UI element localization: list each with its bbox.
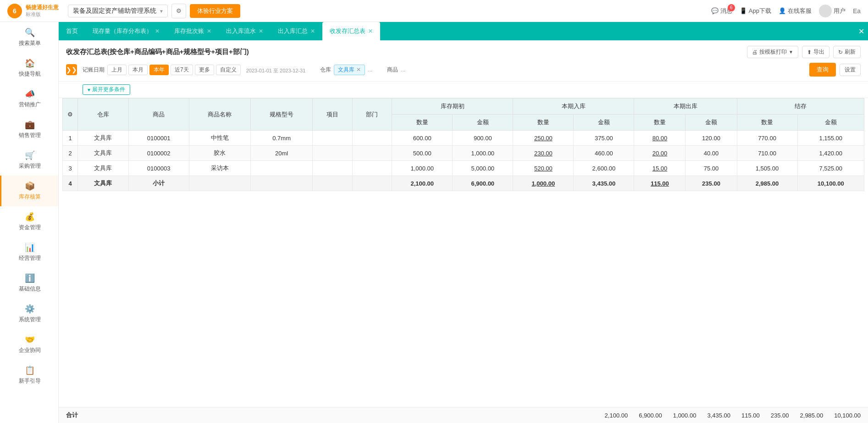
row2-goods-code: 0100002 xyxy=(128,146,189,161)
tab-receipts-summary[interactable]: 收发存汇总表 ✕ xyxy=(322,22,380,40)
sidebar-item-search[interactable]: 🔍 搜索菜单 xyxy=(0,22,58,53)
sidebar-item-quicknav[interactable]: 🏠 快捷导航 xyxy=(0,53,58,83)
sidebar-item-enterprise[interactable]: 🤝 企业协同 xyxy=(0,329,58,360)
finance-icon: 💰 xyxy=(25,212,35,222)
enterprise-icon: 🤝 xyxy=(25,335,35,345)
page-inner: 收发存汇总表(按仓库+商品编码+商品+规格型号+项目+部门) 🖨 按模板打印 ▼… xyxy=(59,40,868,423)
warehouse-filter-group: 仓库 文具库 ✕ ... xyxy=(320,65,372,75)
tab-close-flow[interactable]: ✕ xyxy=(259,28,263,34)
system-name[interactable]: 装备及固定资产辅助管理系统 xyxy=(68,5,168,17)
tab-home[interactable]: 首页 xyxy=(59,22,85,40)
subtotal-col3 xyxy=(189,176,251,191)
warehouse-tag-remove[interactable]: ✕ xyxy=(356,66,361,73)
sidebar-item-newbie[interactable]: 📋 新手引导 xyxy=(0,360,58,390)
row3-project xyxy=(312,161,352,176)
tab-bar-close-button[interactable]: ✕ xyxy=(858,27,864,36)
message-badge: 6 xyxy=(728,4,735,11)
date-btn-custom[interactable]: 自定义 xyxy=(216,65,241,75)
goods-label: 商品 xyxy=(387,66,398,74)
th-settings[interactable]: ⚙ xyxy=(63,99,78,131)
sidebar-item-system[interactable]: ⚙️ 系统管理 xyxy=(0,298,58,329)
tab-close-receipts[interactable]: ✕ xyxy=(368,28,373,34)
subtotal-label: 小计 xyxy=(128,176,189,191)
row1-out-qty[interactable]: 80.00 xyxy=(634,131,686,146)
sidebar-item-sales[interactable]: 💼 销售管理 xyxy=(0,114,58,145)
refresh-button[interactable]: ↻ 刷新 xyxy=(833,46,861,58)
row2-dept xyxy=(352,146,392,161)
print-icon: 🖨 xyxy=(752,49,757,55)
subtotal-open-amt: 6,900.00 xyxy=(453,176,513,191)
tab-inout-flow[interactable]: 出入库流水 ✕ xyxy=(219,22,271,40)
export-button[interactable]: ⬆ 导出 xyxy=(802,46,829,58)
tab-close-batch[interactable]: ✕ xyxy=(207,28,211,34)
subtotal-bal-qty: 2,985.00 xyxy=(737,176,797,191)
content-area: 首页 现存量（库存分布表） ✕ 库存批次账 ✕ 出入库流水 ✕ 出入库汇总 ✕ … xyxy=(59,22,868,423)
tab-inventory-dist[interactable]: 现存量（库存分布表） ✕ xyxy=(85,22,167,40)
subtotal-in-qty[interactable]: 1,000.00 xyxy=(513,176,574,191)
th-group-opening: 库存期初 xyxy=(392,99,513,115)
sidebar-item-purchase[interactable]: 🛒 采购管理 xyxy=(0,145,58,176)
row2-out-qty[interactable]: 20.00 xyxy=(634,146,686,161)
row3-in-qty[interactable]: 520.00 xyxy=(513,161,574,176)
row2-warehouse: 文具库 xyxy=(78,146,129,161)
total-out-amt: 235.00 xyxy=(771,412,789,419)
th-group-out: 本期出库 xyxy=(634,99,737,115)
app-download-button[interactable]: 📱 App下载 xyxy=(740,7,771,15)
row3-open-qty: 1,000.00 xyxy=(392,161,453,176)
tab-batch-account[interactable]: 库存批次账 ✕ xyxy=(167,22,219,40)
newbie-icon: 📋 xyxy=(25,365,35,375)
th-group-in: 本期入库 xyxy=(513,99,634,115)
sidebar-item-marketing[interactable]: 📣 营销推广 xyxy=(0,83,58,114)
sidebar-item-basic-info[interactable]: ℹ️ 基础信息 xyxy=(0,268,58,298)
table-row: 2 文具库 0100002 胶水 20ml 500.00 1,000.00 23… xyxy=(63,146,864,161)
settings-icon-button[interactable]: ⚙ xyxy=(171,4,186,18)
online-service-button[interactable]: 👤 在线客服 xyxy=(779,7,812,15)
query-button[interactable]: 查询 xyxy=(809,63,836,77)
experience-button[interactable]: 体验行业方案 xyxy=(190,4,240,18)
goods-more-btn[interactable]: ... xyxy=(401,66,405,73)
refresh-icon: ↻ xyxy=(838,49,843,55)
purchase-icon: 🛒 xyxy=(25,150,35,160)
total-label: 合计 xyxy=(66,411,78,419)
date-btn-7days[interactable]: 近7天 xyxy=(171,65,193,75)
sidebar-item-operations[interactable]: 📊 经营管理 xyxy=(0,237,58,268)
logo-area: 6 畅捷通好生意 标准版 xyxy=(7,4,59,18)
expand-conditions-button[interactable]: ▾ 展开更多条件 xyxy=(83,84,130,95)
th-goods-name: 商品名称 xyxy=(189,99,251,131)
user-menu[interactable]: 用户 xyxy=(819,5,846,17)
row1-goods-spec: 0.7mm xyxy=(251,131,313,146)
message-button[interactable]: 💬 消息 6 xyxy=(711,7,732,15)
tab-close-summary[interactable]: ✕ xyxy=(310,28,315,34)
subtotal-no: 4 xyxy=(63,176,78,191)
warehouse-more-btn[interactable]: ... xyxy=(368,66,372,73)
print-button[interactable]: 🖨 按模板打印 ▼ xyxy=(747,46,798,58)
date-filter-group: 记账日期 上月 本月 本年 近7天 更多 自定义 xyxy=(83,65,241,75)
date-btn-last-month[interactable]: 上月 xyxy=(107,65,127,75)
table-row: 3 文具库 0100003 采访本 1,000.00 5,000.00 520.… xyxy=(63,161,864,176)
th-out-amt: 金额 xyxy=(686,115,737,131)
filter-arrow-button[interactable]: ❯❯ xyxy=(66,64,77,75)
date-btn-this-month[interactable]: 本月 xyxy=(128,65,148,75)
row3-out-amt: 75.00 xyxy=(686,161,737,176)
expand-icon: ▾ xyxy=(88,87,90,93)
table-settings-button[interactable]: 设置 xyxy=(840,64,861,76)
row2-bal-amt: 1,420.00 xyxy=(797,146,864,161)
warehouse-label: 仓库 xyxy=(320,66,331,74)
system-icon: ⚙️ xyxy=(25,304,35,314)
sidebar-item-inventory[interactable]: 📦 库存核算 xyxy=(0,176,58,206)
date-btn-this-year[interactable]: 本年 xyxy=(149,65,169,75)
tab-inout-summary[interactable]: 出入库汇总 ✕ xyxy=(271,22,322,40)
row2-in-qty[interactable]: 230.00 xyxy=(513,146,574,161)
subtotal-out-qty[interactable]: 115.00 xyxy=(634,176,686,191)
row1-open-qty: 600.00 xyxy=(392,131,453,146)
row3-goods-spec xyxy=(251,161,313,176)
row1-in-qty[interactable]: 250.00 xyxy=(513,131,574,146)
th-in-amt: 金额 xyxy=(574,115,634,131)
row1-goods-code: 0100001 xyxy=(128,131,189,146)
tab-close-inventory-dist[interactable]: ✕ xyxy=(155,28,160,34)
logo-text: 畅捷通好生意 标准版 xyxy=(26,4,59,18)
sidebar-item-finance[interactable]: 💰 资金管理 xyxy=(0,206,58,237)
date-btn-more[interactable]: 更多 xyxy=(195,65,214,75)
row3-out-qty[interactable]: 15.00 xyxy=(634,161,686,176)
total-open-qty: 2,100.00 xyxy=(605,412,628,419)
